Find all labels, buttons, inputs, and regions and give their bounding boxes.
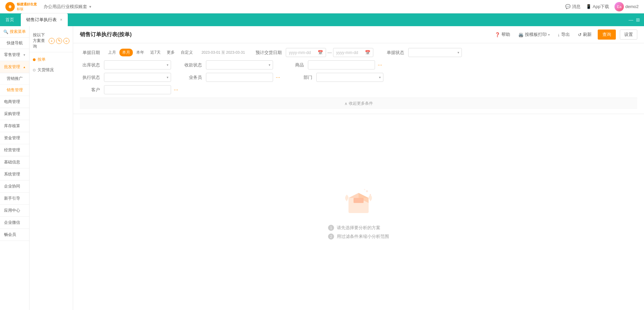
right-main: 销售订单执行表(按单) ❓ 帮助 🖨️ 按模板打印 ▾ ↓ bbox=[73, 26, 644, 310]
page-actions: ❓ 帮助 🖨️ 按模板打印 ▾ ↓ 导出 ↺ bbox=[493, 30, 638, 40]
sidebar-item-wholesale[interactable]: 批发管理 ▴ bbox=[0, 61, 29, 73]
sidebar-item-quicknav[interactable]: 快捷导航 bbox=[0, 38, 29, 49]
expected-date-label: 预计交货日期 bbox=[256, 50, 282, 56]
tab-sales-execution[interactable]: 销售订单执行表 × bbox=[21, 13, 68, 26]
print-button[interactable]: 🖨️ 按模板打印 ▾ bbox=[516, 30, 552, 39]
retail-arrow-icon: ▾ bbox=[23, 53, 25, 57]
date-tab-custom[interactable]: 自定义 bbox=[178, 49, 196, 56]
sidebar-item-marketing[interactable]: 营销推广 bbox=[0, 73, 29, 85]
tab-home[interactable]: 首页 bbox=[0, 13, 19, 26]
settings-button[interactable]: 设置 bbox=[620, 30, 637, 40]
message-icon: 💬 bbox=[565, 4, 571, 9]
calendar-end-icon: 📅 bbox=[365, 50, 370, 55]
print-icon: 🖨️ bbox=[518, 32, 524, 37]
active-dot-icon bbox=[33, 58, 36, 61]
dept-select[interactable] bbox=[316, 73, 383, 82]
date-tab-7days[interactable]: 近7天 bbox=[148, 49, 163, 56]
execution-select[interactable] bbox=[104, 73, 171, 82]
export-button[interactable]: ↓ 导出 bbox=[556, 30, 572, 39]
sidebar-item-wechat[interactable]: 企业微信 bbox=[0, 217, 29, 229]
customer-input[interactable] bbox=[104, 85, 171, 94]
app-download-action[interactable]: 📱 App下载 bbox=[586, 4, 609, 10]
filter-row-4: 客户 ··· bbox=[80, 85, 637, 94]
add-scheme-button[interactable]: + bbox=[49, 38, 55, 44]
nav-item-order[interactable]: 按单 bbox=[30, 54, 73, 65]
header-left: 畅捷通好生意 标版 办公用品行业模拟账套 ▾ bbox=[5, 2, 91, 11]
salesperson-label: 业务员 bbox=[182, 74, 202, 81]
content-wrapper: 按以下方案查询 + ✎ « 按单 欠货情况 bbox=[30, 26, 644, 310]
date-tab-last-month[interactable]: 上月 bbox=[105, 49, 119, 56]
svg-rect-4 bbox=[354, 198, 364, 203]
customer-more-icon[interactable]: ··· bbox=[172, 87, 179, 93]
nav-item-backorder[interactable]: 欠货情况 bbox=[30, 65, 73, 75]
help-button[interactable]: ❓ 帮助 bbox=[493, 30, 512, 39]
execution-label: 执行状态 bbox=[80, 74, 100, 81]
salesperson-more-icon[interactable]: ··· bbox=[274, 74, 281, 81]
goods-more-icon[interactable]: ··· bbox=[376, 62, 383, 68]
empty-tip-1: 1 请先选择要分析的方案 bbox=[328, 225, 389, 231]
top-header: 畅捷通好生意 标版 办公用品行业模拟账套 ▾ 💬 消息 📱 App下载 Ea d… bbox=[0, 0, 644, 13]
page-content: 按以下方案查询 + ✎ « 按单 欠货情况 bbox=[30, 26, 644, 310]
date-tab-more[interactable]: 更多 bbox=[164, 49, 177, 56]
collapse-panel-button[interactable]: « bbox=[63, 38, 69, 44]
collapse-button[interactable]: ∧ 收起更多条件 bbox=[344, 101, 373, 106]
date-range-text: 2023-03-01 至 2023-03-31 bbox=[202, 50, 245, 55]
expected-date-start[interactable]: yyyy-mm-dd 📅 bbox=[286, 48, 326, 57]
sidebar-item-ecommerce[interactable]: 电商管理 bbox=[0, 96, 29, 108]
sidebar-item-member[interactable]: 畅会员 bbox=[0, 229, 29, 241]
sidebar-item-inventory[interactable]: 库存核算 bbox=[0, 120, 29, 132]
tab-minimize-icon[interactable]: — bbox=[629, 17, 633, 22]
sidebar-item-basic[interactable]: 基础信息 bbox=[0, 156, 29, 168]
goods-input-wrapper: ··· bbox=[308, 60, 383, 69]
expected-date-end[interactable]: yyyy-mm-dd 📅 bbox=[333, 48, 373, 57]
sidebar-search[interactable]: 🔍 搜索菜单 bbox=[0, 26, 29, 38]
edit-scheme-button[interactable]: ✎ bbox=[56, 38, 62, 44]
collapse-icon: ∧ bbox=[344, 101, 347, 106]
refresh-icon: ↺ bbox=[578, 32, 582, 37]
empty-state: 1 请先选择要分析的方案 2 用过滤条件来缩小分析范围 bbox=[73, 114, 644, 310]
left-panel-icons: + ✎ « bbox=[49, 38, 69, 44]
query-button[interactable]: 查询 bbox=[598, 30, 616, 40]
date-tab-this-month[interactable]: 本月 bbox=[119, 49, 133, 56]
header-right: 💬 消息 📱 App下载 Ea demo2 bbox=[565, 2, 639, 11]
date-tab-this-year[interactable]: 本年 bbox=[133, 49, 147, 56]
user-action[interactable]: Ea demo2 bbox=[614, 2, 639, 11]
collection-select[interactable] bbox=[206, 60, 273, 69]
status-select[interactable] bbox=[408, 48, 462, 57]
left-panel: 按以下方案查询 + ✎ « 按单 欠货情况 bbox=[30, 26, 73, 310]
tip-2-text: 用过滤条件来缩小分析范围 bbox=[337, 234, 389, 240]
sidebar-item-sales[interactable]: 销售管理 bbox=[0, 85, 29, 96]
sidebar-item-system[interactable]: 系统管理 bbox=[0, 168, 29, 180]
tab-bar: 首页 销售订单执行表 × — ⊞ bbox=[0, 13, 644, 26]
sidebar-item-enterprise[interactable]: 企业协同 bbox=[0, 180, 29, 193]
left-panel-header: 按以下方案查询 + ✎ « bbox=[30, 30, 73, 52]
date-tab-group: 上月 本月 本年 近7天 更多 自定义 bbox=[105, 49, 196, 56]
goods-input[interactable] bbox=[308, 60, 375, 69]
wholesale-arrow-icon: ▴ bbox=[23, 65, 25, 69]
tab-expand-icon[interactable]: ⊞ bbox=[636, 17, 640, 22]
empty-tip-2: 2 用过滤条件来缩小分析范围 bbox=[328, 234, 389, 240]
sidebar-item-guide[interactable]: 新手引导 bbox=[0, 193, 29, 205]
dept-label: 部门 bbox=[292, 74, 312, 81]
logo-area: 畅捷通好生意 标版 bbox=[5, 2, 37, 11]
search-icon: 🔍 bbox=[3, 30, 8, 34]
delivery-status-label: 出库状态 bbox=[80, 62, 100, 68]
page-title-bar: 销售订单执行表(按单) ❓ 帮助 🖨️ 按模板打印 ▾ ↓ bbox=[73, 26, 644, 43]
delivery-select[interactable] bbox=[104, 60, 171, 69]
help-icon: ❓ bbox=[495, 32, 500, 37]
sidebar-item-finance[interactable]: 资金管理 bbox=[0, 132, 29, 144]
salesperson-input[interactable] bbox=[206, 73, 273, 82]
tab-close-icon[interactable]: × bbox=[60, 17, 62, 22]
sidebar-item-management[interactable]: 经营管理 bbox=[0, 144, 29, 156]
refresh-button[interactable]: ↺ 刷新 bbox=[576, 30, 594, 39]
main-layout: 🔍 搜索菜单 快捷导航 零售管理 ▾ 批发管理 ▴ 营销推广 销售管理 电商管理… bbox=[0, 26, 644, 310]
sidebar-item-purchase[interactable]: 采购管理 bbox=[0, 108, 29, 120]
salesperson-input-wrapper: ··· bbox=[206, 73, 281, 82]
sidebar: 🔍 搜索菜单 快捷导航 零售管理 ▾ 批发管理 ▴ 营销推广 销售管理 电商管理… bbox=[0, 26, 30, 310]
execution-select-wrapper: ▾ bbox=[104, 73, 171, 82]
breadcrumb-arrow-icon[interactable]: ▾ bbox=[89, 4, 91, 9]
sidebar-item-appcenter[interactable]: 应用中心 bbox=[0, 205, 29, 217]
message-action[interactable]: 💬 消息 bbox=[565, 4, 581, 10]
sidebar-item-retail[interactable]: 零售管理 ▾ bbox=[0, 49, 29, 61]
export-icon: ↓ bbox=[558, 32, 560, 37]
